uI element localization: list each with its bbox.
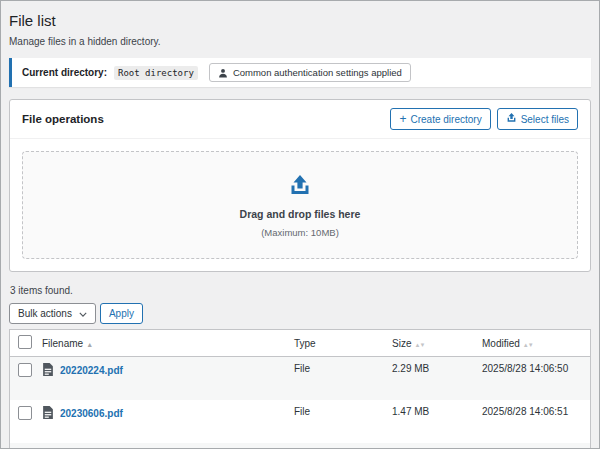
- create-directory-label: Create directory: [411, 113, 482, 126]
- items-count: 3 items found.: [10, 285, 591, 296]
- dropzone[interactable]: Drag and drop files here (Maximum: 10MB): [22, 151, 578, 259]
- file-operations-title: File operations: [22, 113, 104, 125]
- row-checkbox[interactable]: [18, 406, 32, 420]
- current-directory-label: Current directory:: [22, 67, 107, 78]
- plus-icon: +: [399, 113, 406, 125]
- file-size: 2.29 MB: [384, 357, 474, 401]
- current-directory-value: Root directory: [114, 66, 198, 80]
- column-header-size[interactable]: Size▲▼: [384, 330, 474, 357]
- type-header-label: Type: [294, 338, 316, 349]
- file-icon: [42, 406, 54, 421]
- upload-icon: [506, 112, 517, 126]
- column-header-filename[interactable]: Filename▲: [34, 330, 286, 357]
- sort-both-icon: ▲▼: [414, 342, 424, 348]
- select-files-button[interactable]: Select files: [497, 108, 578, 130]
- bulk-actions-label: Bulk actions: [18, 308, 72, 319]
- file-operations-header: File operations + Create directory Selec…: [10, 100, 590, 139]
- table-row: 20230606.pdf File 1.47 MB 2025/8/28 14:0…: [10, 400, 590, 443]
- apply-button[interactable]: Apply: [100, 303, 143, 324]
- sort-both-icon: ▲▼: [523, 342, 533, 348]
- file-modified: 2025/8/28 14:06:50: [474, 443, 590, 449]
- size-header-label: Size: [392, 338, 411, 349]
- file-link[interactable]: 20230606.pdf: [60, 408, 123, 419]
- page-title: File list: [9, 12, 591, 29]
- file-link[interactable]: 20220224.pdf: [60, 365, 123, 376]
- file-type: File: [286, 443, 384, 449]
- file-type: File: [286, 400, 384, 443]
- file-list-page: File list Manage files in a hidden direc…: [0, 0, 600, 449]
- file-operations-actions: + Create directory Select files: [390, 108, 578, 130]
- select-files-label: Select files: [521, 113, 569, 126]
- bulk-actions-select[interactable]: Bulk actions: [9, 303, 96, 324]
- column-header-modified[interactable]: Modified▲▼: [474, 330, 590, 357]
- modified-header-label: Modified: [482, 338, 520, 349]
- dropzone-text: Drag and drop files here: [240, 208, 361, 220]
- dropzone-max-hint: (Maximum: 10MB): [261, 227, 339, 238]
- file-table: Filename▲ Type Size▲▼ Modified▲▼: [10, 330, 590, 449]
- create-directory-button[interactable]: + Create directory: [390, 108, 490, 130]
- file-type: File: [286, 357, 384, 401]
- row-checkbox[interactable]: [18, 363, 32, 377]
- bulk-actions-bar: Bulk actions Apply: [9, 303, 591, 324]
- file-icon: [42, 363, 54, 378]
- select-all-checkbox[interactable]: [18, 335, 32, 349]
- table-row: 20230610.pdf File 1.71 MB 2025/8/28 14:0…: [10, 443, 590, 449]
- file-size: 1.71 MB: [384, 443, 474, 449]
- user-icon: [218, 68, 228, 78]
- auth-settings-button[interactable]: Common authentication settings applied: [209, 63, 411, 82]
- file-size: 1.47 MB: [384, 400, 474, 443]
- file-operations-panel: File operations + Create directory Selec…: [9, 99, 591, 272]
- upload-icon-large: [288, 173, 312, 201]
- page-subtitle: Manage files in a hidden directory.: [9, 36, 591, 47]
- sort-asc-icon: ▲: [86, 341, 93, 348]
- file-table-container: Filename▲ Type Size▲▼ Modified▲▼: [9, 329, 591, 449]
- filename-header-label: Filename: [42, 338, 83, 349]
- apply-label: Apply: [109, 307, 134, 320]
- file-modified: 2025/8/28 14:06:50: [474, 357, 590, 401]
- chevron-down-icon: [79, 308, 87, 319]
- auth-settings-label: Common authentication settings applied: [233, 67, 402, 78]
- table-row: 20220224.pdf File 2.29 MB 2025/8/28 14:0…: [10, 357, 590, 401]
- current-directory-notice: Current directory: Root directory Common…: [9, 58, 591, 87]
- file-modified: 2025/8/28 14:06:51: [474, 400, 590, 443]
- column-header-type: Type: [286, 330, 384, 357]
- table-header-row: Filename▲ Type Size▲▼ Modified▲▼: [10, 330, 590, 357]
